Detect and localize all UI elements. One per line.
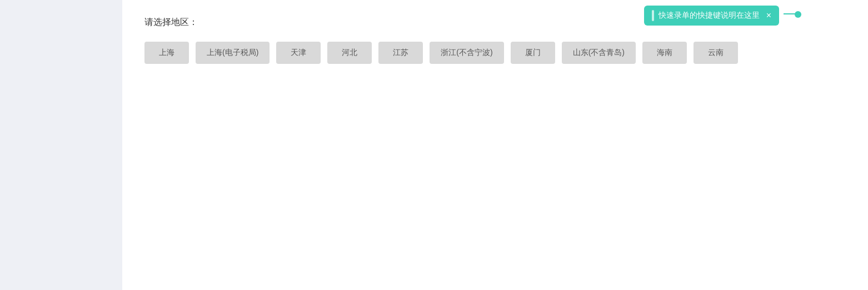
tooltip-close-button[interactable]: × <box>766 11 771 20</box>
region-btn-xiamen[interactable]: 厦门 <box>511 42 555 64</box>
tooltip-bar-icon <box>652 10 654 21</box>
tooltip-text: 快速录单的快捷键说明在这里 <box>659 11 760 21</box>
region-btn-hainan[interactable]: 海南 <box>642 42 687 64</box>
region-btn-tianjin[interactable]: 天津 <box>276 42 321 64</box>
region-btn-yunnan[interactable]: 云南 <box>694 42 738 64</box>
region-btn-shanghai[interactable]: 上海 <box>144 42 189 64</box>
region-btn-zhejiang[interactable]: 浙江(不含宁波) <box>430 42 503 64</box>
tooltip-connector-dot <box>795 11 801 18</box>
region-btn-shandong[interactable]: 山东(不含青岛) <box>562 42 636 64</box>
main-content: 请选择地区： 上海上海(电子税局)天津河北江苏浙江(不含宁波)厦门山东(不含青岛… <box>122 0 868 290</box>
region-btn-hebei[interactable]: 河北 <box>327 42 372 64</box>
tooltip-popup: 快速录单的快捷键说明在这里 × <box>644 6 779 26</box>
region-btn-jiangsu[interactable]: 江苏 <box>378 42 423 64</box>
sidebar <box>0 0 122 290</box>
region-btn-shanghai-etax[interactable]: 上海(电子税局) <box>196 42 270 64</box>
region-buttons: 上海上海(电子税局)天津河北江苏浙江(不含宁波)厦门山东(不含青岛)海南云南 <box>144 42 846 64</box>
